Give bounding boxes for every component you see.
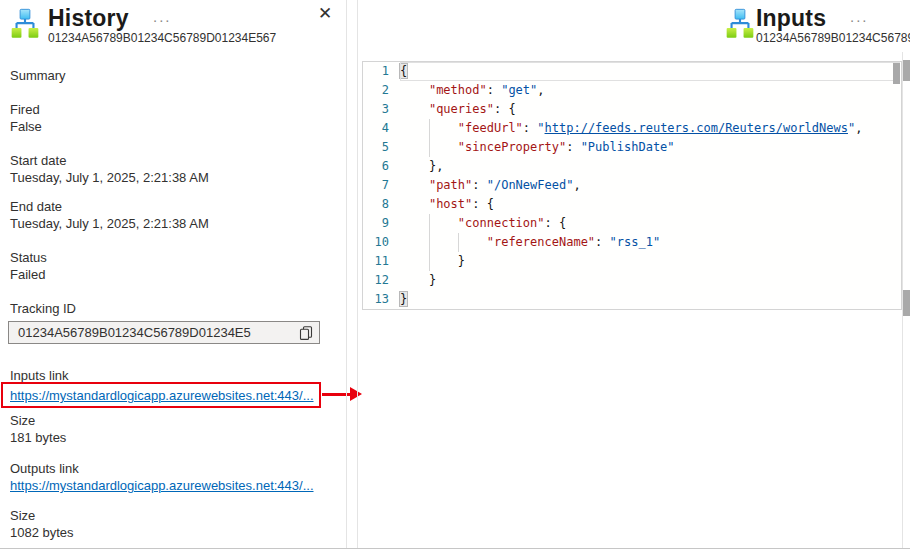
line-number: 1 xyxy=(363,62,389,81)
tracking-id-label: Tracking ID xyxy=(10,301,76,316)
history-more-menu-button[interactable]: ... xyxy=(153,8,172,25)
status-label: Status xyxy=(10,250,47,265)
code-line-1[interactable]: 1{ xyxy=(363,62,901,81)
code-line-3[interactable]: 3 "queries": { xyxy=(363,100,901,119)
tracking-id-value: 01234A56789B01234C56789D01234E5 xyxy=(9,325,293,340)
code-line-2[interactable]: 2 "method": "get", xyxy=(363,81,901,100)
line-number: 7 xyxy=(363,176,389,195)
copy-icon xyxy=(299,326,313,340)
page-title-inputs: Inputs xyxy=(756,5,826,32)
json-code-editor[interactable]: 1{2 "method": "get",3 "queries": {4 "fee… xyxy=(362,61,902,310)
code-line-13[interactable]: 13} xyxy=(363,290,901,309)
inputs-run-id: 01234A56789B01234C56789D01234E567 xyxy=(756,31,910,45)
logic-app-icon xyxy=(9,8,41,40)
code-line-8[interactable]: 8 "host": { xyxy=(363,195,901,214)
inputs-link-label: Inputs link xyxy=(10,368,69,383)
code-line-6[interactable]: 6 }, xyxy=(363,157,901,176)
start-date-label: Start date xyxy=(10,153,66,168)
history-close-icon[interactable]: ✕ xyxy=(318,4,332,24)
outputs-size-label: Size xyxy=(10,508,35,523)
line-number: 4 xyxy=(363,119,389,138)
history-panel-header: History ... 01234A56789B01234C56789D0123… xyxy=(0,0,346,52)
line-number: 10 xyxy=(363,233,389,252)
line-number: 8 xyxy=(363,195,389,214)
code-lines: 1{2 "method": "get",3 "queries": {4 "fee… xyxy=(363,62,901,309)
page-title-history: History xyxy=(48,5,129,32)
inputs-size-label: Size xyxy=(10,413,35,428)
outputs-link-label: Outputs link xyxy=(10,461,79,476)
line-number: 3 xyxy=(363,100,389,119)
line-number: 12 xyxy=(363,271,389,290)
window-bottom-border xyxy=(0,548,910,549)
panel-scrollbar-thumb-top[interactable] xyxy=(903,60,910,81)
line-number: 13 xyxy=(363,290,389,309)
annotation-arrow-head xyxy=(350,387,362,401)
line-number: 11 xyxy=(363,252,389,271)
code-line-5[interactable]: 5 "sinceProperty": "PublishDate" xyxy=(363,138,901,157)
start-date-value: Tuesday, July 1, 2025, 2:21:38 AM xyxy=(10,170,209,185)
line-number: 2 xyxy=(363,81,389,100)
fired-label: Fired xyxy=(10,102,40,117)
status-value: Failed xyxy=(10,267,45,282)
copy-button[interactable] xyxy=(293,322,319,343)
inputs-size-value: 181 bytes xyxy=(10,430,66,445)
panel-scrollbar-thumb[interactable] xyxy=(903,290,910,316)
inputs-panel-header: Inputs ... 01234A56789B01234C56789D01234… xyxy=(358,0,910,52)
code-line-12[interactable]: 12 } xyxy=(363,271,901,290)
code-line-7[interactable]: 7 "path": "/OnNewFeed", xyxy=(363,176,901,195)
outputs-link[interactable]: https://mystandardlogicapp.azurewebsites… xyxy=(10,478,314,493)
fired-value: False xyxy=(10,119,42,134)
end-date-value: Tuesday, July 1, 2025, 2:21:38 AM xyxy=(10,216,209,231)
code-line-9[interactable]: 9 "connection": { xyxy=(363,214,901,233)
logic-app-run-details-window: History ... 01234A56789B01234C56789D0123… xyxy=(0,0,910,560)
left-panel-divider xyxy=(346,0,347,548)
logic-app-icon xyxy=(724,8,756,40)
line-number: 9 xyxy=(363,214,389,233)
outputs-size-value: 1082 bytes xyxy=(10,525,74,540)
inputs-more-menu-button[interactable]: ... xyxy=(850,8,869,25)
panel-divider xyxy=(357,0,358,548)
line-number: 6 xyxy=(363,157,389,176)
annotation-highlight-box xyxy=(1,382,321,408)
code-line-4[interactable]: 4 "feedUrl": "http://feeds.reuters.com/R… xyxy=(363,119,901,138)
editor-scrollbar-thumb[interactable] xyxy=(893,63,900,84)
code-line-10[interactable]: 10 "referenceName": "rss_1" xyxy=(363,233,901,252)
tracking-id-field: 01234A56789B01234C56789D01234E5 xyxy=(8,321,320,344)
end-date-label: End date xyxy=(10,199,62,214)
code-line-11[interactable]: 11 } xyxy=(363,252,901,271)
summary-label: Summary xyxy=(10,68,66,83)
line-number: 5 xyxy=(363,138,389,157)
history-run-id: 01234A56789B01234C56789D01234E567 xyxy=(48,31,276,45)
